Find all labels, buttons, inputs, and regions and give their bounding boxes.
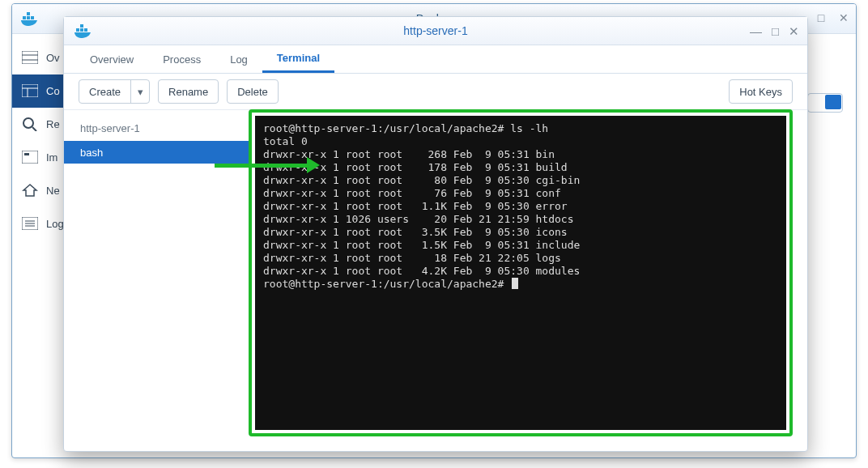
tab-process[interactable]: Process xyxy=(148,45,215,73)
terminal-output[interactable]: root@http-server-1:/usr/local/apache2# l… xyxy=(255,116,786,430)
tabbar: OverviewProcessLogTerminal xyxy=(64,45,807,74)
tab-terminal[interactable]: Terminal xyxy=(262,45,334,73)
terminal-highlight: root@http-server-1:/usr/local/apache2# l… xyxy=(249,109,793,436)
svg-point-10 xyxy=(23,118,33,128)
svg-line-11 xyxy=(32,127,36,131)
search-icon xyxy=(22,116,38,132)
terminal-titlebar[interactable]: http-server-1 — □ ✕ xyxy=(64,17,807,45)
terminal-cursor xyxy=(512,278,518,289)
container-toggle[interactable] xyxy=(807,93,843,113)
maximize-icon[interactable]: □ xyxy=(772,24,779,39)
log-icon xyxy=(22,215,38,232)
create-button-label: Create xyxy=(79,86,130,98)
delete-button[interactable]: Delete xyxy=(227,79,279,104)
container-name-label: http-server-1 xyxy=(64,116,249,141)
chevron-down-icon[interactable]: ▾ xyxy=(130,80,149,103)
svg-rect-13 xyxy=(24,153,29,155)
toolbar: Create ▾ Rename Delete Hot Keys xyxy=(64,74,807,110)
rename-button[interactable]: Rename xyxy=(158,79,219,104)
svg-rect-1 xyxy=(27,16,30,19)
sidebar-item-label: Ov xyxy=(46,52,60,64)
sidebar-item-label: Log xyxy=(46,218,64,230)
svg-rect-20 xyxy=(84,28,87,32)
hotkeys-button[interactable]: Hot Keys xyxy=(729,79,793,104)
svg-rect-18 xyxy=(76,28,79,32)
sidebar-item-label: Co xyxy=(46,85,60,97)
session-list: http-server-1 bash xyxy=(64,109,249,451)
grid-icon xyxy=(22,49,38,66)
close-icon[interactable]: ✕ xyxy=(789,24,799,39)
svg-rect-2 xyxy=(31,16,34,19)
minimize-icon[interactable]: — xyxy=(750,24,762,39)
tab-log[interactable]: Log xyxy=(215,45,262,73)
svg-rect-21 xyxy=(80,24,83,28)
terminal-window: http-server-1 — □ ✕ OverviewProcessLogTe… xyxy=(63,16,808,452)
window-title: http-server-1 xyxy=(64,24,807,37)
network-icon xyxy=(22,182,38,198)
tab-overview[interactable]: Overview xyxy=(75,45,148,73)
docker-logo-icon xyxy=(20,11,41,27)
hotkeys-button-label: Hot Keys xyxy=(739,86,782,98)
sidebar-item-label: Ne xyxy=(46,185,60,197)
svg-rect-0 xyxy=(23,16,26,19)
docker-logo-icon xyxy=(74,23,95,39)
svg-rect-7 xyxy=(22,84,38,97)
create-button[interactable]: Create ▾ xyxy=(79,79,150,104)
filter-dropdown[interactable] xyxy=(802,59,843,80)
sidebar-item-label: Im xyxy=(46,151,57,164)
list-icon xyxy=(22,83,38,99)
session-item-bash[interactable]: bash xyxy=(64,141,249,164)
rename-button-label: Rename xyxy=(168,86,208,98)
delete-button-label: Delete xyxy=(237,86,268,98)
svg-rect-4 xyxy=(22,51,38,64)
svg-rect-19 xyxy=(80,28,83,32)
svg-rect-3 xyxy=(27,12,30,15)
sidebar-item-label: Re xyxy=(46,118,60,130)
close-icon[interactable]: ✕ xyxy=(838,12,849,23)
maximize-icon[interactable]: □ xyxy=(815,12,827,23)
svg-rect-12 xyxy=(22,151,38,164)
image-icon xyxy=(22,149,38,165)
